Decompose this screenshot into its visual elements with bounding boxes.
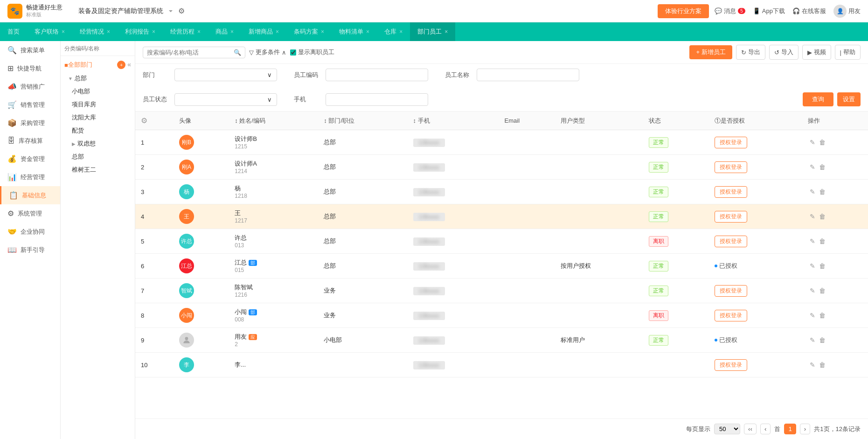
col-gear[interactable]: ⚙ bbox=[135, 111, 174, 130]
auth-button[interactable]: 授权登录 bbox=[715, 310, 747, 321]
sidebar-item-基础信息[interactable]: 📋基础信息 bbox=[0, 186, 60, 204]
delete-button[interactable]: 🗑 bbox=[817, 237, 827, 246]
auth-button[interactable]: 授权登录 bbox=[715, 211, 747, 223]
per-page-select[interactable]: 50 100 bbox=[714, 424, 740, 434]
prev-page-btn[interactable]: ‹ bbox=[760, 424, 771, 434]
nav-item-商品[interactable]: 商品× bbox=[208, 22, 241, 41]
edit-button[interactable]: ✎ bbox=[808, 286, 817, 295]
auth-button[interactable]: 授权登录 bbox=[715, 186, 747, 198]
nav-item-条码方案[interactable]: 条码方案× bbox=[286, 22, 332, 41]
auth-button[interactable]: 授权登录 bbox=[715, 285, 747, 297]
dept-collapse-icon[interactable]: « bbox=[127, 61, 131, 69]
auth-button[interactable]: 授权登录 bbox=[715, 359, 747, 371]
setting-button[interactable]: 设置 bbox=[837, 92, 861, 106]
delete-button[interactable]: 🗑 bbox=[817, 212, 827, 221]
nav-close-利润报告[interactable]: × bbox=[152, 28, 155, 35]
nav-item-经营情况[interactable]: 经营情况× bbox=[72, 22, 118, 41]
search-icon[interactable]: 🔍 bbox=[234, 49, 241, 56]
auth-button[interactable]: 授权登录 bbox=[715, 137, 747, 148]
sidebar-item-搜索菜单[interactable]: 🔍搜索菜单 bbox=[0, 41, 60, 59]
dept-node-总部[interactable]: ▼总部 bbox=[61, 72, 135, 85]
edit-button[interactable]: ✎ bbox=[808, 237, 817, 246]
resigned-checkbox-input[interactable] bbox=[290, 49, 296, 56]
edit-button[interactable]: ✎ bbox=[808, 138, 817, 147]
nav-item-经营历程[interactable]: 经营历程× bbox=[163, 22, 208, 41]
nav-close-仓库[interactable]: × bbox=[399, 28, 403, 35]
filter-dept-select[interactable]: ∨ bbox=[174, 69, 277, 81]
app-download-btn[interactable]: 📱 App下载 bbox=[753, 7, 785, 15]
nav-item-新增商品[interactable]: 新增商品× bbox=[241, 22, 286, 41]
filter-emp-code-input[interactable] bbox=[326, 69, 428, 81]
dropdown-icon[interactable] bbox=[167, 7, 174, 15]
next-page-btn[interactable]: › bbox=[800, 424, 810, 434]
nav-item-部门员工[interactable]: 部门员工× bbox=[410, 22, 455, 41]
nav-item-首页[interactable]: 首页 bbox=[0, 22, 27, 41]
auth-button[interactable]: 授权登录 bbox=[715, 161, 747, 173]
online-service-btn[interactable]: 🎧 在线客服 bbox=[792, 7, 826, 15]
add-employee-button[interactable]: + 新增员工 bbox=[689, 45, 732, 59]
sidebar-item-快捷导航[interactable]: ⊞快捷导航 bbox=[0, 59, 60, 77]
nav-close-经营历程[interactable]: × bbox=[197, 28, 201, 35]
dept-node-椎树王二[interactable]: 椎树王二 bbox=[61, 163, 135, 176]
user-area[interactable]: 👤 用友 bbox=[833, 5, 861, 18]
edit-button[interactable]: ✎ bbox=[808, 261, 817, 271]
edit-button[interactable]: ✎ bbox=[808, 335, 817, 345]
delete-button[interactable]: 🗑 bbox=[817, 311, 827, 320]
filter-phone-input[interactable] bbox=[326, 93, 428, 106]
dept-node-配货[interactable]: 配货 bbox=[61, 124, 135, 137]
export-button[interactable]: ↻ 导出 bbox=[736, 45, 765, 60]
sidebar-item-销售管理[interactable]: 🛒销售管理 bbox=[0, 96, 60, 114]
nav-item-物料清单[interactable]: 物料清单× bbox=[332, 22, 377, 41]
sidebar-item-资金管理[interactable]: 💰资金管理 bbox=[0, 150, 60, 168]
edit-button[interactable]: ✎ bbox=[808, 187, 817, 196]
dept-node-项目库房[interactable]: 项目库房 bbox=[61, 98, 135, 111]
more-filters-btn[interactable]: ▽ 更多条件 ∧ bbox=[249, 48, 286, 56]
nav-close-条码方案[interactable]: × bbox=[321, 28, 324, 35]
dept-node-沈阳大库[interactable]: 沈阳大库 bbox=[61, 111, 135, 124]
sidebar-item-采购管理[interactable]: 📦采购管理 bbox=[0, 114, 60, 132]
sidebar-item-营销推广[interactable]: 📣营销推广 bbox=[0, 77, 60, 96]
col-dept[interactable]: ↕ 部门/职位 bbox=[318, 111, 407, 130]
delete-button[interactable]: 🗑 bbox=[817, 261, 827, 271]
nav-close-部门员工[interactable]: × bbox=[444, 28, 448, 35]
settings-icon[interactable]: ⚙ bbox=[178, 7, 185, 15]
import-button[interactable]: ↺ 导入 bbox=[769, 45, 799, 60]
first-page-btn[interactable]: ‹‹ bbox=[744, 424, 757, 434]
help-button[interactable]: | 帮助 bbox=[835, 45, 861, 60]
nav-close-经营情况[interactable]: × bbox=[107, 28, 110, 35]
delete-button[interactable]: 🗑 bbox=[817, 138, 827, 147]
delete-button[interactable]: 🗑 bbox=[817, 335, 827, 345]
col-phone[interactable]: ↕ 手机 bbox=[408, 111, 499, 130]
delete-button[interactable]: 🗑 bbox=[817, 360, 827, 369]
dept-node-双虑想[interactable]: ▶双虑想 bbox=[61, 137, 135, 150]
nav-item-客户联络[interactable]: 客户联络× bbox=[27, 22, 72, 41]
sidebar-item-新手引导[interactable]: 📖新手引导 bbox=[0, 241, 60, 259]
edit-button[interactable]: ✎ bbox=[808, 360, 817, 369]
delete-button[interactable]: 🗑 bbox=[817, 162, 827, 172]
current-page-btn[interactable]: 1 bbox=[784, 424, 796, 434]
delete-button[interactable]: 🗑 bbox=[817, 286, 827, 295]
dept-node-总部[interactable]: 总部 bbox=[61, 150, 135, 163]
dept-search-input[interactable] bbox=[64, 45, 134, 52]
sidebar-item-企业协同[interactable]: 🤝企业协同 bbox=[0, 223, 60, 241]
auth-button[interactable]: 授权登录 bbox=[715, 236, 747, 247]
nav-close-物料清单[interactable]: × bbox=[366, 28, 369, 35]
filter-emp-status-select[interactable]: ∨ bbox=[174, 93, 277, 106]
sidebar-item-经营管理[interactable]: 📊经营管理 bbox=[0, 168, 60, 186]
message-btn[interactable]: 💬 消息 5 bbox=[715, 7, 745, 15]
nav-close-商品[interactable]: × bbox=[230, 28, 234, 35]
filter-emp-name-input[interactable] bbox=[477, 69, 579, 81]
nav-close-新增商品[interactable]: × bbox=[276, 28, 279, 35]
show-resigned-checkbox[interactable]: 显示离职员工 bbox=[290, 48, 334, 56]
edit-button[interactable]: ✎ bbox=[808, 162, 817, 172]
search-input[interactable] bbox=[147, 49, 231, 56]
view-button[interactable]: ▶ 视频 bbox=[802, 45, 831, 60]
edit-button[interactable]: ✎ bbox=[808, 212, 817, 221]
trial-button[interactable]: 体验行业方案 bbox=[658, 4, 709, 18]
dept-add-icon[interactable]: + bbox=[117, 61, 125, 69]
delete-button[interactable]: 🗑 bbox=[817, 187, 827, 196]
edit-button[interactable]: ✎ bbox=[808, 311, 817, 320]
nav-close-客户联络[interactable]: × bbox=[62, 28, 65, 35]
nav-item-利润报告[interactable]: 利润报告× bbox=[118, 22, 163, 41]
query-button[interactable]: 查询 bbox=[803, 92, 833, 106]
